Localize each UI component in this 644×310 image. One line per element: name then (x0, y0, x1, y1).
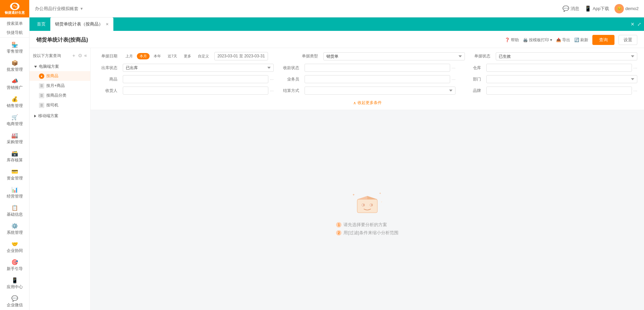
payment-label: 收款状态 (279, 65, 299, 71)
query-button[interactable]: 查询 (592, 35, 614, 45)
scheme-item-by-month-product[interactable]: ☰ 按月+商品 (30, 81, 90, 91)
help-button[interactable]: ❓ 帮助 (505, 37, 519, 43)
outstatus-select[interactable]: 已出库 (123, 64, 274, 72)
sidebar-item-marketing[interactable]: 📣 营销推广 (0, 75, 29, 93)
sidebar-item-inventory-label: 库存核算 (7, 157, 23, 163)
print-icon: 🖨️ (523, 38, 528, 42)
refresh-button[interactable]: 🔄 刷新 (574, 37, 588, 43)
docstatus-select[interactable]: 已生效 (496, 52, 637, 60)
date-tab-last-month[interactable]: 上月 (123, 53, 136, 59)
product-label: 商品 (97, 76, 117, 82)
sidebar-item-retail[interactable]: 🏪 零售管理 (0, 39, 29, 57)
export-label: 导出 (562, 37, 570, 43)
inventory-icon: 🗃️ (11, 150, 18, 157)
print-button[interactable]: 🖨️ 按模板打印 ▾ (523, 37, 552, 43)
collapse-filters-button[interactable]: ∧ 收起更多条件 (97, 98, 637, 106)
sidebar-item-finance[interactable]: 💳 资金管理 (0, 166, 29, 184)
collapse-scheme-icon[interactable]: « (84, 53, 87, 59)
scheme-label-by-month-product: 按月+商品 (46, 83, 65, 89)
print-chevron[interactable]: ▾ (550, 38, 552, 42)
tab-report[interactable]: 销货单统计表（按商品） ✕ (50, 17, 113, 31)
sidebar-item-wholesale[interactable]: 📦 批发管理 (0, 57, 29, 75)
quick-nav-item[interactable]: 快捷导航 (0, 28, 29, 38)
scheme-item-by-product[interactable]: ● 按商品 (30, 71, 90, 81)
sidebar-item-newbie[interactable]: 🎯 新手引导 (0, 256, 29, 274)
scheme-label-by-category: 按商品分类 (46, 93, 66, 98)
user-profile[interactable]: 😊 demo2 (614, 4, 639, 13)
pc-group-label: 电脑端方案 (39, 64, 59, 69)
staff-label: 业务员 (279, 76, 299, 82)
date-tab-custom[interactable]: 自定义 (195, 53, 212, 59)
product-dots[interactable]: ··· (270, 76, 274, 82)
warehouse-dots[interactable]: ··· (633, 65, 637, 70)
enterprise-icon: 🤝 (11, 241, 18, 247)
main-area: 办公用品行业模拟账套 ▾ 💬 消息 📱 App下载 😊 demo2 首页 (30, 0, 644, 310)
staff-dots[interactable]: ··· (451, 76, 455, 82)
scheme-panel-header: 按以下方案查询 ＋ ⊙ « (30, 51, 90, 61)
add-scheme-icon[interactable]: ＋ (71, 53, 76, 59)
message-label: 消息 (571, 6, 579, 12)
brand-dots[interactable]: ··· (633, 88, 637, 93)
scheme-panel-title: 按以下方案查询 (33, 53, 61, 59)
export-button[interactable]: 📤 导出 (556, 37, 570, 43)
sidebar-item-purchase[interactable]: 🏭 采购管理 (0, 130, 29, 148)
doctype-select[interactable]: 销货单 (323, 52, 465, 60)
payment-input[interactable] (305, 64, 450, 72)
sidebar-item-wechat[interactable]: 💬 企业微信 (0, 293, 29, 310)
sidebar-item-appcenter[interactable]: 📱 应用中心 (0, 274, 29, 293)
search-menu-item[interactable]: 搜索菜单 (0, 17, 29, 28)
scheme-item-by-driver[interactable]: ☰ 按司机 (30, 100, 90, 110)
tip-text-2: 用[过滤]条件来缩小分析范围 (343, 230, 398, 236)
receiver-input[interactable] (123, 87, 268, 95)
date-tab-more[interactable]: 更多 (181, 53, 194, 59)
workspace-name: 办公用品行业模拟账套 (35, 6, 78, 12)
scheme-label-by-product: 按商品 (46, 73, 58, 79)
warehouse-input[interactable] (486, 64, 632, 72)
staff-input[interactable] (305, 75, 450, 83)
scheme-icon-by-month-product: ☰ (39, 83, 44, 89)
date-tab-7days[interactable]: 近7天 (165, 53, 180, 59)
app-download-icon: 📱 (585, 5, 591, 12)
scheme-group-pc-header[interactable]: 电脑端方案 (30, 62, 90, 71)
scheme-item-by-category[interactable]: ☰ 按商品分类 (30, 91, 90, 100)
sidebar-item-sales[interactable]: 💰 销售管理 (0, 93, 29, 111)
app-download-button[interactable]: 📱 App下载 (585, 5, 609, 12)
message-button[interactable]: 💬 消息 (562, 5, 579, 12)
edit-scheme-icon[interactable]: ⊙ (78, 53, 82, 59)
scheme-panel: 按以下方案查询 ＋ ⊙ « 电脑端方案 ● 按商品 (30, 48, 91, 310)
sales-icon: 💰 (11, 96, 18, 102)
sidebar-item-enterprise[interactable]: 🤝 企业协同 (0, 238, 29, 256)
page-actions: ❓ 帮助 🖨️ 按模板打印 ▾ 📤 导出 🔄 刷新 查询 设置 (505, 35, 637, 45)
svg-point-0 (12, 4, 17, 9)
dept-select[interactable] (486, 75, 637, 83)
settings-button[interactable]: 设置 (619, 35, 637, 45)
tab-minimize-icon[interactable]: ✕ (631, 21, 635, 27)
scheme-group-mobile-header[interactable]: 移动端方案 (30, 111, 90, 120)
tab-home[interactable]: 首页 (32, 17, 50, 31)
print-label: 按模板打印 (529, 37, 549, 43)
sidebar-item-inventory[interactable]: 🗃️ 库存核算 (0, 148, 29, 166)
date-tab-current-month[interactable]: 本月 (137, 53, 150, 59)
receiver-dots[interactable]: ··· (270, 88, 274, 93)
sidebar-item-basic[interactable]: 📋 基础信息 (0, 202, 29, 220)
sidebar-item-enterprise-label: 企业协同 (7, 248, 23, 254)
sidebar-item-purchase-label: 采购管理 (7, 139, 23, 145)
sidebar-item-operation[interactable]: 📊 经营管理 (0, 184, 29, 202)
product-input[interactable] (123, 75, 268, 83)
sidebar-item-system-label: 系统管理 (7, 230, 23, 236)
collapse-label: 收起更多条件 (358, 100, 382, 106)
tab-close-icon[interactable]: ✕ (106, 22, 109, 27)
brand-input[interactable] (486, 87, 632, 95)
workspace-title: 办公用品行业模拟账套 ▾ (35, 6, 558, 12)
settle-select[interactable] (305, 87, 455, 95)
empty-tip-1: 1 请先选择要分析的方案 (336, 222, 398, 228)
purchase-icon: 🏭 (11, 132, 18, 139)
workspace-chevron[interactable]: ▾ (80, 6, 83, 11)
sidebar-item-ecommerce[interactable]: 🛒 电商管理 (0, 111, 29, 130)
payment-dots[interactable]: ··· (451, 65, 455, 70)
date-range-display[interactable]: 2023-03-01 至 2023-03-31 (214, 52, 268, 60)
tab-maximize-icon[interactable]: ⤢ (637, 21, 641, 27)
sidebar-item-basic-label: 基础信息 (7, 212, 23, 217)
date-tab-current-year[interactable]: 本年 (151, 53, 164, 59)
sidebar-item-system[interactable]: ⚙️ 系统管理 (0, 220, 29, 238)
